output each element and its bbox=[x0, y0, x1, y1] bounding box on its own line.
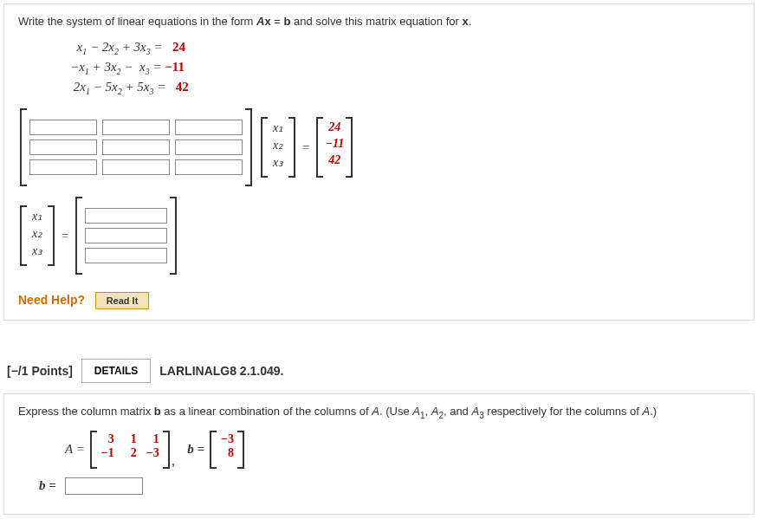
details-button[interactable]: DETAILS bbox=[81, 359, 151, 383]
q2-statement: Express the column matrix b as a linear … bbox=[18, 405, 740, 420]
points-label: [−/1 Points] bbox=[7, 364, 73, 378]
sol-x2-input[interactable] bbox=[85, 228, 167, 243]
a33-input[interactable] bbox=[175, 159, 243, 175]
q1-solution-row: x₁ x₂ x₃ = bbox=[18, 197, 740, 275]
a11-input[interactable] bbox=[29, 120, 97, 135]
a22-input[interactable] bbox=[102, 139, 170, 155]
sol-x1-input[interactable] bbox=[85, 208, 167, 224]
a21-input[interactable] bbox=[29, 139, 97, 155]
q2-answer-input[interactable] bbox=[65, 477, 143, 495]
q1-statement: Write the system of linear equations in … bbox=[18, 15, 740, 28]
a32-input[interactable] bbox=[102, 159, 170, 175]
a23-input[interactable] bbox=[175, 139, 243, 155]
sol-x3-input[interactable] bbox=[85, 248, 167, 263]
x3-label: x₃ bbox=[269, 155, 287, 170]
x1-label: x₁ bbox=[269, 120, 287, 135]
equals-sign-2: = bbox=[62, 229, 68, 243]
need-help-label: Need Help? bbox=[18, 293, 85, 307]
q1-matrix-equation-row: x₁ x₂ x₃ = 24 −11 42 bbox=[18, 108, 740, 186]
a13-input[interactable] bbox=[175, 120, 243, 135]
b3: 42 bbox=[325, 153, 344, 167]
a-label: A = bbox=[65, 442, 85, 457]
a31-input[interactable] bbox=[29, 159, 97, 175]
equals-sign: = bbox=[302, 140, 309, 155]
question-ref: LARLINALG8 2.1.049. bbox=[159, 364, 283, 378]
a12-input[interactable] bbox=[102, 120, 170, 135]
q1-equations: x1 − 2x2 + 3x3 = 24 −x1 + 3x2 − x3 = −11… bbox=[70, 38, 740, 98]
x2-label: x₂ bbox=[269, 138, 287, 152]
b2: −11 bbox=[325, 137, 344, 151]
b1: 24 bbox=[325, 120, 344, 134]
answer-label: b = bbox=[39, 478, 56, 493]
read-it-button[interactable]: Read It bbox=[95, 292, 150, 309]
b-label: b = bbox=[187, 442, 204, 457]
